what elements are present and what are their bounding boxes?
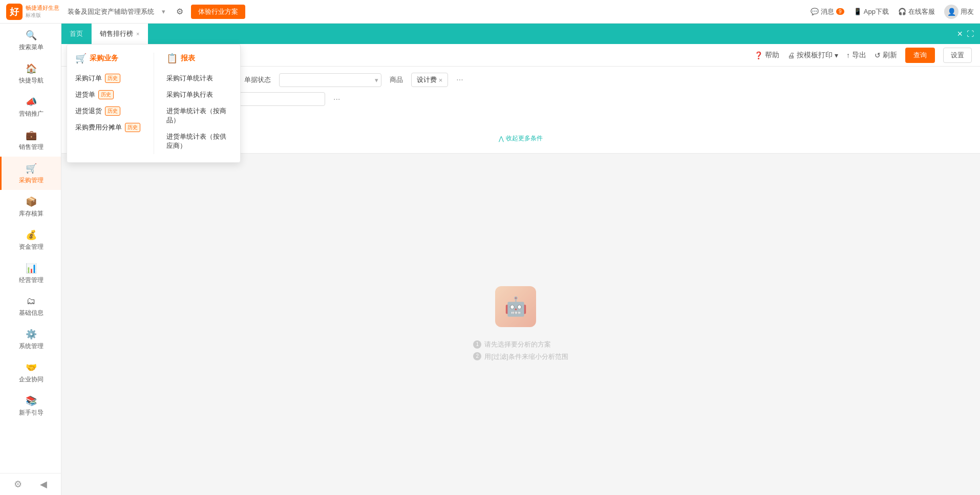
dropdown-item-po-stats-label: 采购订单统计表: [166, 74, 213, 83]
tab-bar-actions: × ⛶: [951, 29, 980, 39]
tab-sales-rank[interactable]: 销售排行榜 ×: [92, 24, 148, 44]
refresh-button[interactable]: ↺ 刷新: [875, 51, 897, 60]
tab-home[interactable]: 首页: [61, 24, 92, 44]
marketing-icon: 📣: [26, 96, 37, 107]
sidebar-label-finance: 资金管理: [19, 243, 44, 251]
home-icon: 🏠: [26, 63, 37, 74]
purchase-icon: 🛒: [26, 163, 37, 174]
logo-area: 好 畅捷通好生意 标准版: [6, 4, 68, 20]
system-title-area: 装备及固定资产辅助管理系统 ▾ ⚙ 体验行业方案: [68, 5, 811, 19]
sidebar-item-enterprise[interactable]: 🤝 企业协同: [0, 356, 61, 389]
messages-badge: 9: [836, 8, 844, 15]
collapse-chevron-icon: ⋀: [499, 135, 504, 142]
tip-num-1: 1: [473, 340, 481, 349]
print-dropdown-icon[interactable]: ▾: [835, 51, 838, 59]
order-status-label: 单据状态: [244, 75, 271, 84]
sidebar-label-system: 系统管理: [19, 342, 44, 351]
sidebar-item-sales[interactable]: 💼 销售管理: [0, 123, 61, 157]
system-title: 装备及固定资产辅助管理系统: [68, 7, 154, 16]
app-download-button[interactable]: 📱 App下载: [854, 7, 889, 16]
tab-sales-rank-label: 销售排行榜: [100, 29, 133, 38]
dropdown-col-business-title: 🛒 采购业务: [75, 53, 141, 64]
print-button[interactable]: 🖨 按模板打印 ▾: [787, 51, 838, 60]
online-service-label: 在线客服: [908, 7, 935, 16]
help-label: 帮助: [765, 51, 779, 60]
dropdown-item-goods-receipt-history[interactable]: 历史: [98, 90, 114, 99]
sidebar-label-inventory: 库存核算: [19, 209, 44, 218]
system-title-dropdown[interactable]: ▾: [158, 7, 168, 17]
sidebar-item-quick-nav[interactable]: 🏠 快捷导航: [0, 57, 61, 90]
goods-more-icon[interactable]: ···: [456, 75, 463, 84]
dropdown-item-purchase-fee[interactable]: 采购费用分摊单 历史: [75, 119, 141, 136]
dropdown-item-goods-receipt[interactable]: 进货单 历史: [75, 87, 141, 103]
dropdown-item-goods-stats-by-product[interactable]: 进货单统计表（按商品）: [166, 103, 232, 128]
sidebar-item-purchase[interactable]: 🛒 采购管理: [0, 157, 61, 190]
dropdown-divider: [154, 53, 154, 154]
empty-tip-1-text: 请先选择要分析的方案: [484, 338, 551, 350]
sidebar-item-guide[interactable]: 📚 新手引导: [0, 389, 61, 422]
export-button[interactable]: ↑ 导出: [846, 51, 866, 60]
dropdown-item-po-stats[interactable]: 采购订单统计表: [166, 70, 232, 87]
collapse-label: 收起更多条件: [506, 134, 543, 143]
sidebar-item-finance[interactable]: 💰 资金管理: [0, 223, 61, 256]
settings-gear-icon[interactable]: ⚙: [173, 5, 187, 19]
purchase-col-icon: 🛒: [75, 53, 87, 64]
dropdown-item-goods-stats-by-supplier[interactable]: 进货单统计表（按供应商）: [166, 128, 232, 154]
help-icon: ❓: [754, 51, 763, 59]
system-icon: ⚙️: [26, 329, 37, 340]
dropdown-item-purchase-order-history[interactable]: 历史: [105, 74, 120, 83]
sidebar-label-enterprise: 企业协同: [19, 375, 44, 384]
sidebar-item-system[interactable]: ⚙️ 系统管理: [0, 322, 61, 356]
online-service-button[interactable]: 🎧 在线客服: [898, 7, 935, 16]
avatar: 👤: [944, 5, 958, 19]
dropdown-item-purchase-order[interactable]: 采购订单 历史: [75, 70, 141, 87]
sidebar-item-marketing[interactable]: 📣 营销推广: [0, 90, 61, 123]
order-status-select[interactable]: [279, 73, 381, 87]
robot-icon: 🤖: [495, 286, 536, 327]
dropdown-item-po-exec[interactable]: 采购订单执行表: [166, 87, 232, 103]
sidebar-collapse-icon[interactable]: ◀: [40, 479, 47, 490]
dropdown-item-purchase-fee-history[interactable]: 历史: [125, 123, 140, 132]
window-maximize-icon[interactable]: ⛶: [967, 30, 974, 38]
message-icon: 💬: [811, 8, 819, 15]
dropdown-item-goods-return-history[interactable]: 历史: [105, 106, 120, 116]
sidebar-item-inventory[interactable]: 📦 库存核算: [0, 190, 61, 223]
sidebar-label-basic-info: 基础信息: [19, 309, 44, 317]
purchase-dropdown-menu: 🛒 采购业务 采购订单 历史 进货单 历史 进货退货 历史 采购费用分摊单 历史: [67, 44, 241, 163]
dropdown-col-business: 🛒 采购业务 采购订单 历史 进货单 历史 进货退货 历史 采购费用分摊单 历史: [75, 53, 141, 154]
query-button[interactable]: 查询: [905, 48, 935, 63]
phone-icon: 📱: [854, 8, 862, 15]
dropdown-item-goods-return[interactable]: 进货退货 历史: [75, 103, 141, 119]
logo-badge: 标准版: [26, 12, 59, 19]
top-bar: 好 畅捷通好生意 标准版 装备及固定资产辅助管理系统 ▾ ⚙ 体验行业方案 💬 …: [0, 0, 980, 24]
basic-info-icon: 🗂: [27, 296, 36, 307]
help-button[interactable]: ❓ 帮助: [754, 51, 779, 60]
sidebar-item-basic-info[interactable]: 🗂 基础信息: [0, 290, 61, 322]
operation-icon: 📊: [26, 263, 37, 274]
user-area[interactable]: 👤 用友: [944, 5, 974, 19]
industry-solution-button[interactable]: 体验行业方案: [191, 5, 245, 19]
sidebar-item-operation[interactable]: 📊 经营管理: [0, 256, 61, 290]
window-close-icon[interactable]: ×: [957, 29, 963, 39]
export-label: 导出: [852, 51, 866, 60]
dropdown-col-reports-title: 📋 报表: [166, 53, 232, 64]
sidebar-label-sales: 销售管理: [19, 143, 44, 152]
enterprise-icon: 🤝: [26, 362, 37, 373]
sidebar-settings-icon[interactable]: ⚙: [14, 479, 22, 490]
empty-tip-1: 1 请先选择要分析的方案: [473, 338, 568, 350]
top-bar-right: 💬 消息 9 📱 App下载 🎧 在线客服 👤 用友: [811, 5, 974, 19]
sidebar-item-search[interactable]: 🔍 搜索菜单: [0, 24, 61, 57]
export-icon: ↑: [846, 51, 850, 59]
print-icon: 🖨: [787, 51, 795, 59]
refresh-icon: ↺: [875, 51, 881, 59]
dropdown-item-purchase-fee-label: 采购费用分摊单: [75, 123, 122, 132]
salesperson-more-icon[interactable]: ···: [333, 95, 340, 104]
logo-text: 畅捷通好生意: [26, 4, 59, 11]
print-label: 按模板打印: [797, 51, 833, 60]
messages-button[interactable]: 💬 消息 9: [811, 7, 844, 16]
tab-close-icon[interactable]: ×: [136, 31, 139, 37]
search-icon: 🔍: [26, 30, 37, 41]
goods-tag-close-icon[interactable]: ×: [439, 76, 443, 84]
settings-button[interactable]: 设置: [943, 48, 972, 63]
inventory-icon: 📦: [26, 196, 37, 207]
